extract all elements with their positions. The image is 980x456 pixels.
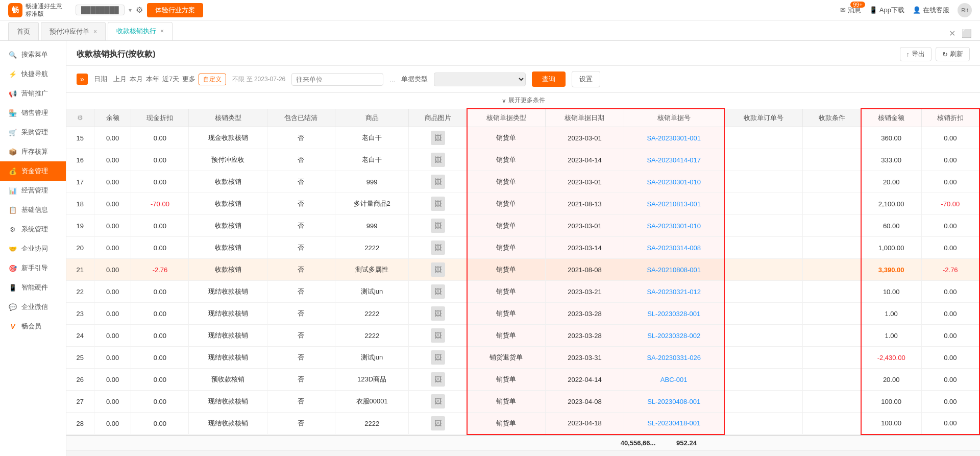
table-cell[interactable]: SA-20230314-008 xyxy=(624,237,724,259)
logo-text: 畅捷通好生意 标准版 xyxy=(26,3,62,17)
table-cell[interactable]: SL-20230418-001 xyxy=(624,413,724,435)
sidebar-label-enterprise: 企业协同 xyxy=(21,244,48,253)
table-cell[interactable]: SL-20230408-001 xyxy=(624,391,724,413)
th-gear[interactable]: ⚙ xyxy=(66,109,94,127)
table-cell: 100.00 xyxy=(861,391,921,413)
table-cell[interactable]: SL-20230328-002 xyxy=(624,325,724,347)
sidebar-item-member[interactable]: V 畅会员 xyxy=(0,317,66,336)
table-cell: 否 xyxy=(267,391,335,413)
tab-close-all-btn[interactable]: ✕ xyxy=(947,27,958,40)
table-cell[interactable]: ABC-001 xyxy=(624,369,724,391)
export-button[interactable]: ↑ 导出 xyxy=(900,47,932,61)
sidebar-item-business[interactable]: 📊 经营管理 xyxy=(0,181,66,200)
sidebar-item-basic[interactable]: 📋 基础信息 xyxy=(0,200,66,220)
company-name[interactable]: ████████ xyxy=(76,5,125,15)
table-cell: 0.00 xyxy=(921,391,979,413)
table-cell[interactable]: SA-20230301-010 xyxy=(624,171,724,193)
date-custom-btn[interactable]: 自定义 xyxy=(199,74,226,85)
table-cell: 17 xyxy=(66,171,94,193)
sidebar-item-capital[interactable]: 💰 资金管理 xyxy=(0,161,66,181)
date-last-month[interactable]: 上月 xyxy=(113,75,127,84)
table-cell: 2023-03-31 xyxy=(546,347,624,369)
table-cell: 15 xyxy=(66,127,94,149)
date-this-month[interactable]: 本月 xyxy=(130,75,143,84)
table-cell[interactable]: SA-20210808-001 xyxy=(624,259,724,281)
table-cell: 3,390.00 xyxy=(861,259,921,281)
table-cell: 🖼 xyxy=(409,171,467,193)
table-cell: 现结收款核销 xyxy=(189,413,267,435)
query-button[interactable]: 查询 xyxy=(532,71,566,87)
tab-collection-close[interactable]: × xyxy=(160,28,164,35)
message-btn[interactable]: ✉ 消息 99+ xyxy=(840,6,861,15)
table-cell: 衣服00001 xyxy=(335,391,408,413)
table-cell: 0.00 xyxy=(131,171,189,193)
sidebar-item-marketing[interactable]: 📢 营销推广 xyxy=(0,84,66,103)
table-cell: 2023-03-21 xyxy=(546,281,624,303)
counterparty-input[interactable] xyxy=(291,73,383,86)
table-cell: 销货单 xyxy=(467,369,546,391)
sidebar-item-enterprise[interactable]: 🤝 企业协同 xyxy=(0,239,66,258)
sidebar-item-wechat[interactable]: 💬 企业微信 xyxy=(0,297,66,317)
tab-home[interactable]: 首页 xyxy=(8,22,39,40)
settings-icon[interactable]: ⚙ xyxy=(136,5,143,15)
date-this-year[interactable]: 本年 xyxy=(146,75,159,84)
sidebar-item-sales[interactable]: 🏪 销售管理 xyxy=(0,103,66,123)
tab-prepay[interactable]: 预付冲应付单 × xyxy=(41,22,106,40)
user-avatar[interactable]: Rit xyxy=(958,3,972,17)
data-table: ⚙ 余额 现金折扣 核销类型 包含已结清 商品 商品图片 核销单据类型 核销单据… xyxy=(66,108,980,435)
company-dropdown-arrow[interactable]: ▾ xyxy=(129,7,132,14)
app-download-btn[interactable]: 📱 App下载 xyxy=(869,6,904,15)
tab-collection[interactable]: 收款核销执行 × xyxy=(108,22,173,40)
tab-prepay-close[interactable]: × xyxy=(93,28,97,35)
table-cell: 27 xyxy=(66,391,94,413)
sidebar-item-system[interactable]: ⚙ 系统管理 xyxy=(0,220,66,239)
horizontal-scrollbar[interactable] xyxy=(66,450,980,455)
table-cell: 现结收款核销 xyxy=(189,303,267,325)
refresh-button[interactable]: ↻ 刷新 xyxy=(936,47,970,61)
sidebar-item-inventory[interactable]: 📦 库存核算 xyxy=(0,142,66,161)
tab-maximize-btn[interactable]: ⬜ xyxy=(960,27,974,40)
sidebar-item-quick-nav[interactable]: ⚡ 快捷导航 xyxy=(0,64,66,84)
sidebar-item-guide[interactable]: 🎯 新手引导 xyxy=(0,258,66,278)
sidebar-item-purchase[interactable]: 🛒 采购管理 xyxy=(0,123,66,142)
sidebar-item-hardware[interactable]: 📱 智能硬件 xyxy=(0,278,66,297)
table-cell[interactable]: SA-20230331-026 xyxy=(624,347,724,369)
filter-settings-btn[interactable]: 设置 xyxy=(572,71,600,87)
table-cell xyxy=(724,237,803,259)
table-cell: 0.00 xyxy=(94,193,131,215)
table-cell[interactable]: SA-20230321-012 xyxy=(624,281,724,303)
table-cell[interactable]: SA-20210813-001 xyxy=(624,193,724,215)
table-row: 230.000.00现结收款核销否2222🖼销货单2023-03-28SL-20… xyxy=(66,303,979,325)
table-cell xyxy=(803,281,861,303)
online-service-btn[interactable]: 👤 在线客服 xyxy=(913,6,949,15)
date-more[interactable]: 更多 xyxy=(182,75,195,84)
table-cell: 999 xyxy=(335,171,408,193)
table-cell[interactable]: SA-20230301-001 xyxy=(624,127,724,149)
table-cell: 🖼 xyxy=(409,325,467,347)
sidebar-item-search[interactable]: 🔍 搜索菜单 xyxy=(0,45,66,64)
th-cancel-type: 核销类型 xyxy=(189,109,267,127)
filter-expand-btn[interactable]: » xyxy=(77,74,88,85)
table-cell: -2.76 xyxy=(921,259,979,281)
table-cell: 🖼 xyxy=(409,303,467,325)
voucher-type-select[interactable] xyxy=(434,73,526,86)
table-cell: 收款核销 xyxy=(189,259,267,281)
trial-button[interactable]: 体验行业方案 xyxy=(147,3,203,17)
expand-chevron-icon: ∨ xyxy=(502,97,506,104)
date-7days[interactable]: 近7天 xyxy=(162,75,179,84)
table-cell xyxy=(724,391,803,413)
table-cell: 19 xyxy=(66,215,94,237)
table-row: 250.000.00现结收款核销否测试jun🖼销货退货单2023-03-31SA… xyxy=(66,347,979,369)
export-icon: ↑ xyxy=(906,51,910,58)
table-cell[interactable]: SA-20230301-010 xyxy=(624,215,724,237)
table-row: 180.00-70.00收款核销否多计量商品2🖼销货单2021-08-13SA-… xyxy=(66,193,979,215)
expand-more-bar[interactable]: ∨ 展开更多条件 xyxy=(66,93,980,108)
table-cell: 2023-03-01 xyxy=(546,215,624,237)
table-cell[interactable]: SA-20230414-017 xyxy=(624,149,724,171)
table-cell: 现金收款核销 xyxy=(189,127,267,149)
refresh-icon: ↻ xyxy=(942,51,948,58)
guide-icon: 🎯 xyxy=(8,263,17,273)
sales-icon: 🏪 xyxy=(8,108,17,117)
table-cell xyxy=(724,413,803,435)
table-cell[interactable]: SL-20230328-001 xyxy=(624,303,724,325)
